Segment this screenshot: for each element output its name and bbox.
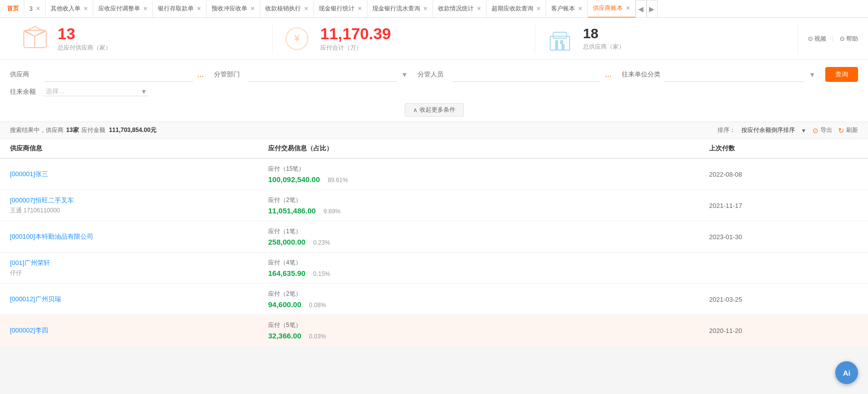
svg-rect-11 bbox=[555, 44, 558, 50]
table-row: [000007]恒旺二手叉车 王通 17106110000 应付（2笔） 11,… bbox=[0, 190, 868, 221]
close-tab-bank-deposit[interactable]: ✕ bbox=[197, 5, 201, 12]
search-button[interactable]: 查询 bbox=[825, 67, 858, 82]
transaction-percent-2: 9.89% bbox=[324, 208, 341, 215]
refresh-button[interactable]: ↻ 刷新 bbox=[838, 126, 858, 134]
close-tab-overdue-query[interactable]: ✕ bbox=[536, 5, 541, 12]
close-tab-payable-adjust[interactable]: ✕ bbox=[143, 5, 147, 12]
last-payment-2: 2021-11-17 bbox=[709, 202, 858, 209]
close-tab-collect-stat[interactable]: ✕ bbox=[477, 5, 481, 12]
supplier-sub-4: 仔仔 bbox=[10, 269, 268, 277]
close-tab-advance-collect[interactable]: ✕ bbox=[250, 5, 255, 12]
transaction-percent-6: 0.03% bbox=[309, 333, 326, 340]
transaction-type-6: 应付（5笔） bbox=[268, 321, 709, 329]
transaction-amount-5[interactable]: 94,600.00 bbox=[268, 300, 301, 309]
nav-tab-advance-collect[interactable]: 预收冲应收单 ✕ bbox=[207, 0, 260, 18]
action-divider: | bbox=[832, 35, 834, 42]
nav-tab-payable-adjust[interactable]: 应收应付调整单 ✕ bbox=[93, 0, 153, 18]
close-tab-customer-account[interactable]: ✕ bbox=[578, 5, 582, 12]
help-icon: ⊙ bbox=[840, 35, 845, 42]
last-payment-5: 2021-03-25 bbox=[709, 296, 858, 303]
nav-tab-collect-check[interactable]: 收款核销执行 ✕ bbox=[260, 0, 314, 18]
result-info: 搜索结果中，供应商 13家 应付金额 111,703,854.00元 bbox=[10, 126, 156, 134]
nav-next-arrow[interactable]: ▶ bbox=[647, 0, 657, 18]
last-payment-1: 2022-08-08 bbox=[709, 171, 858, 178]
close-tab-collect-check[interactable]: ✕ bbox=[304, 5, 308, 12]
payable-total-label: 应付合计（万） bbox=[320, 44, 391, 52]
table-row: [000012]广州贝瑞 应付（2笔） 94,600.00 0.08% 2021… bbox=[0, 284, 868, 315]
stat-payable-suppliers-info: 13 总应付供应商（家） bbox=[58, 26, 111, 52]
transaction-amount-2[interactable]: 11,051,486.00 bbox=[268, 206, 316, 215]
filter-balance: 往来余额 选择... ▼ bbox=[10, 87, 149, 96]
person-filter-dots[interactable]: ... bbox=[605, 70, 611, 79]
transaction-type-3: 应付（1笔） bbox=[268, 227, 709, 236]
table-row: [000002]李四 应付（5笔） 32,366.00 0.03% 2020-1… bbox=[0, 315, 868, 346]
nav-tab-3[interactable]: 3 ✕ bbox=[24, 0, 46, 18]
transaction-amount-6[interactable]: 32,366.00 bbox=[268, 331, 301, 340]
balance-dropdown-icon[interactable]: ▼ bbox=[141, 88, 147, 95]
unit-class-dropdown-icon[interactable]: ▼ bbox=[809, 71, 815, 78]
supplier-link-2[interactable]: [000007]恒旺二手叉车 bbox=[10, 197, 74, 204]
transaction-type-4: 应付（4笔） bbox=[268, 259, 709, 267]
svg-line-4 bbox=[35, 31, 46, 36]
transaction-amount-1[interactable]: 100,092,540.00 bbox=[268, 175, 320, 184]
close-tab-supplier-account[interactable]: ✕ bbox=[626, 5, 630, 11]
col-header-supplier: 供应商信息 bbox=[10, 144, 268, 153]
transaction-percent-3: 0.23% bbox=[313, 239, 330, 246]
supplier-link-3[interactable]: [000100]本特勤油品有限公司 bbox=[10, 233, 93, 240]
nav-tab-customer-account[interactable]: 客户账本 ✕ bbox=[546, 0, 588, 18]
nav-prev-arrow[interactable]: ◀ bbox=[636, 0, 647, 18]
result-actions: 排序： 按应付余额倒序排序 ▼ ⊙ 导出 ↻ 刷新 bbox=[718, 126, 858, 134]
svg-rect-10 bbox=[560, 40, 563, 44]
table-header: 供应商信息 应付交易信息（占比） 上次付数 bbox=[0, 139, 868, 159]
supplier-link-5[interactable]: [000012]广州贝瑞 bbox=[10, 295, 61, 303]
supplier-info-5: [000012]广州贝瑞 bbox=[10, 295, 268, 304]
supplier-filter-input[interactable] bbox=[44, 67, 193, 82]
supplier-link-1[interactable]: [000001]张三 bbox=[10, 170, 48, 178]
stat-payable-total-info: 11,170.39 应付合计（万） bbox=[320, 26, 391, 52]
sort-select[interactable]: 按应付余额倒序排序 bbox=[741, 126, 795, 134]
dept-dropdown-icon[interactable]: ▼ bbox=[401, 71, 408, 78]
payable-suppliers-icon bbox=[20, 24, 50, 54]
transaction-percent-5: 0.08% bbox=[309, 302, 326, 309]
transaction-type-1: 应付（15笔） bbox=[268, 165, 709, 173]
close-tab-3[interactable]: ✕ bbox=[36, 5, 40, 12]
transaction-amount-3[interactable]: 258,000.00 bbox=[268, 238, 305, 246]
stats-header: 13 总应付供应商（家） ¥ 11,170.39 应付合计（万） bbox=[0, 18, 868, 60]
nav-tab-cash-bank-flow[interactable]: 现金银行流水查询 ✕ bbox=[367, 0, 433, 18]
nav-tab-collect-stat[interactable]: 收款情况统计 ✕ bbox=[433, 0, 487, 18]
transaction-amount-4[interactable]: 164,635.90 bbox=[268, 269, 305, 277]
supplier-link-6[interactable]: [000002]李四 bbox=[10, 327, 48, 334]
export-button[interactable]: ⊙ 导出 bbox=[812, 126, 832, 134]
svg-rect-12 bbox=[562, 44, 565, 50]
collapse-icon: ∧ bbox=[413, 107, 418, 114]
nav-tab-supplier-account[interactable]: 供应商账本 ✕ bbox=[588, 0, 636, 18]
supplier-link-4[interactable]: [001]广州荣轩 bbox=[10, 259, 50, 266]
video-link[interactable]: ⊙ 视频 bbox=[808, 35, 826, 43]
person-filter-input[interactable] bbox=[451, 67, 601, 82]
person-filter-label: 分管人员 bbox=[418, 70, 447, 79]
total-suppliers-number: 18 bbox=[583, 27, 625, 41]
stat-total-suppliers-info: 18 总供应商（家） bbox=[583, 27, 625, 51]
nav-tab-other-income[interactable]: 其他收入单 ✕ bbox=[46, 0, 93, 18]
nav-tab-home[interactable]: 首页 bbox=[2, 0, 24, 18]
sort-dropdown-icon[interactable]: ▼ bbox=[801, 128, 806, 133]
header-actions: ⊙ 视频 | ⊙ 帮助 bbox=[808, 35, 858, 43]
dept-filter-input[interactable] bbox=[248, 67, 398, 82]
close-tab-cash-bank-flow[interactable]: ✕ bbox=[423, 5, 428, 12]
svg-line-3 bbox=[24, 31, 35, 36]
transaction-type-5: 应付（2笔） bbox=[268, 290, 709, 298]
unit-class-filter-input[interactable] bbox=[664, 67, 805, 82]
svg-marker-1 bbox=[26, 26, 44, 36]
filter-row-2: 往来余额 选择... ▼ bbox=[10, 87, 858, 96]
close-tab-other-income[interactable]: ✕ bbox=[83, 5, 88, 12]
filter-section: 供应商 ... 分管部门 ▼ 分管人员 ... 往来单位分类 ▼ 查询 往来余额 bbox=[0, 60, 868, 122]
help-link[interactable]: ⊙ 帮助 bbox=[840, 35, 858, 43]
close-tab-cash-bank-stat[interactable]: ✕ bbox=[358, 5, 362, 12]
supplier-filter-dots[interactable]: ... bbox=[197, 70, 204, 79]
dept-filter-label: 分管部门 bbox=[214, 70, 244, 79]
nav-tab-bank-deposit[interactable]: 银行存取款单 ✕ bbox=[153, 0, 207, 18]
nav-tab-cash-bank-stat[interactable]: 现金银行统计 ✕ bbox=[314, 0, 367, 18]
filter-row-1: 供应商 ... 分管部门 ▼ 分管人员 ... 往来单位分类 ▼ 查询 bbox=[10, 67, 858, 82]
nav-tab-overdue-query[interactable]: 超期应收款查询 ✕ bbox=[487, 0, 546, 18]
collapse-button[interactable]: ∧ 收起更多条件 bbox=[405, 103, 464, 117]
